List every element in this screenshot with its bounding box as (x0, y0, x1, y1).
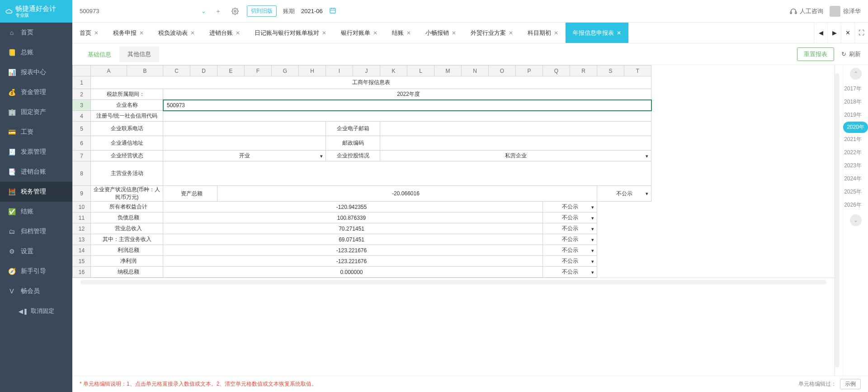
row-head-12[interactable]: 12 (73, 223, 91, 234)
tab-close-icon[interactable]: ✕ (94, 30, 99, 36)
col-head-Q[interactable]: Q (543, 66, 570, 76)
col-head-G[interactable]: G (272, 66, 299, 76)
sidebar-item-13[interactable]: V畅会员 (0, 281, 72, 301)
r6-v1[interactable] (163, 136, 326, 151)
row-head-6[interactable]: 6 (73, 136, 91, 151)
company-name-cell[interactable]: 500973 (163, 100, 651, 111)
col-head-H[interactable]: H (299, 66, 326, 76)
col-head-M[interactable]: M (434, 66, 462, 76)
regenerate-report-button[interactable]: 重置报表 (797, 47, 834, 61)
tab-close-icon[interactable]: ✕ (509, 30, 513, 36)
r7-holding-select[interactable]: 私营企业 (380, 151, 651, 161)
unpin-sidebar[interactable]: ◀❚ 取消固定 (0, 301, 72, 321)
r15-pub-select[interactable]: 不公示 (543, 256, 597, 267)
r11-pub-select[interactable]: 不公示 (543, 213, 597, 223)
calendar-icon[interactable] (329, 7, 336, 15)
tab-1[interactable]: 税务申报✕ (106, 23, 151, 43)
year-2024年[interactable]: 2024年 (843, 172, 868, 185)
sidebar-item-1[interactable]: 📒总账 (0, 43, 72, 62)
r8-value[interactable] (163, 161, 651, 186)
r5-v1[interactable] (163, 122, 326, 136)
sidebar-item-8[interactable]: 🧮税务管理 (0, 182, 72, 202)
period-value[interactable]: 2022年度 (163, 89, 651, 100)
row-head-16[interactable]: 16 (73, 267, 91, 278)
r7-status-select[interactable]: 开业 (163, 151, 326, 161)
year-2026年[interactable]: 2026年 (843, 198, 868, 212)
row-head-9[interactable]: 9 (73, 186, 91, 202)
row-head-5[interactable]: 5 (73, 122, 91, 136)
col-head-P[interactable]: P (516, 66, 543, 76)
tab-9[interactable]: 科目期初✕ (520, 23, 566, 43)
row-head-3[interactable]: 3 (73, 100, 91, 111)
switch-old-version-button[interactable]: 切到旧版 (247, 5, 277, 17)
year-2020年[interactable]: 2020年 (843, 122, 868, 133)
sidebar-item-12[interactable]: 🧭新手引导 (0, 261, 72, 281)
sidebar-item-3[interactable]: 💰资金管理 (0, 82, 72, 102)
col-head-B[interactable]: B (127, 66, 163, 76)
r13-pub-select[interactable]: 不公示 (543, 234, 597, 245)
tabs-scroll-left[interactable]: ◀ (814, 23, 827, 43)
tab-close-icon[interactable]: ✕ (617, 30, 621, 36)
example-button[interactable]: 示例 (840, 379, 861, 389)
tab-6[interactable]: 结账✕ (385, 23, 418, 43)
row-head-2[interactable]: 2 (73, 89, 91, 100)
r10-value[interactable]: -120.942355 (163, 202, 543, 213)
col-head-L[interactable]: L (407, 66, 434, 76)
col-head-C[interactable]: C (163, 66, 190, 76)
sidebar-item-11[interactable]: ⚙设置 (0, 241, 72, 261)
company-selector[interactable]: 500973 ⌄ (80, 8, 206, 14)
sub-tab-basic[interactable]: 基础信息 (80, 46, 119, 62)
tabs-close-all[interactable]: ✕ (841, 23, 854, 43)
tab-close-icon[interactable]: ✕ (554, 30, 558, 36)
r10-pub-select[interactable]: 不公示 (543, 202, 597, 213)
year-2018年[interactable]: 2018年 (843, 95, 868, 109)
horizontal-scrollbar[interactable] (72, 278, 835, 286)
tab-close-icon[interactable]: ✕ (139, 30, 144, 36)
year-scroll-down[interactable]: ⌄ (850, 214, 862, 226)
col-head-N[interactable]: N (462, 66, 489, 76)
spreadsheet[interactable]: ABCDEFGHIJKLMNOPQRST1工商年报信息表2税款所属期间：2022… (72, 65, 835, 376)
col-head-F[interactable]: F (245, 66, 272, 76)
refresh-button[interactable]: ↻ 刷新 (841, 50, 861, 58)
year-2023年[interactable]: 2023年 (843, 159, 868, 172)
r15-value[interactable]: -123.221676 (163, 256, 543, 267)
sidebar-item-7[interactable]: 📑进销台账 (0, 162, 72, 182)
col-head-E[interactable]: E (217, 66, 245, 76)
user-menu[interactable]: 徐泽华 (830, 6, 861, 17)
sidebar-item-9[interactable]: ✅结账 (0, 202, 72, 222)
r16-pub-select[interactable]: 不公示 (543, 267, 597, 278)
col-head-R[interactable]: R (570, 66, 597, 76)
row-head-14[interactable]: 14 (73, 245, 91, 256)
row-head-10[interactable]: 10 (73, 202, 91, 213)
tab-0[interactable]: 首页✕ (72, 23, 106, 43)
r9-pub-select[interactable]: 不公示 (597, 186, 651, 202)
r12-value[interactable]: 70.271451 (163, 223, 543, 234)
row-head-4[interactable]: 4 (73, 111, 91, 122)
sidebar-item-6[interactable]: 🧾发票管理 (0, 142, 72, 162)
support-button[interactable]: 人工咨询 (790, 7, 823, 15)
r11-value[interactable]: 100.876339 (163, 213, 543, 223)
r5-v2[interactable] (380, 122, 651, 136)
sidebar-item-2[interactable]: 📊报表中心 (0, 62, 72, 82)
year-2017年[interactable]: 2017年 (843, 82, 868, 95)
fullscreen-icon[interactable]: ⛶ (854, 23, 868, 43)
r4-value[interactable] (163, 111, 651, 122)
row-head-15[interactable]: 15 (73, 256, 91, 267)
r13-value[interactable]: 69.071451 (163, 234, 543, 245)
r6-v2[interactable] (380, 136, 651, 151)
tab-close-icon[interactable]: ✕ (190, 30, 195, 36)
tab-3[interactable]: 进销台账✕ (202, 23, 247, 43)
tab-2[interactable]: 税负波动表✕ (151, 23, 202, 43)
row-head-8[interactable]: 8 (73, 161, 91, 186)
year-2025年[interactable]: 2025年 (843, 185, 868, 198)
year-2021年[interactable]: 2021年 (843, 133, 868, 146)
row-head-1[interactable]: 1 (73, 76, 91, 89)
r9-value[interactable]: -20.066016 (217, 186, 597, 202)
vertical-scrollbar[interactable] (835, 65, 843, 376)
tab-close-icon[interactable]: ✕ (452, 30, 456, 36)
row-head-7[interactable]: 7 (73, 151, 91, 161)
sidebar-item-4[interactable]: 🏢固定资产 (0, 102, 72, 122)
tab-5[interactable]: 银行对账单✕ (334, 23, 385, 43)
sidebar-item-10[interactable]: 🗂归档管理 (0, 222, 72, 241)
add-button[interactable]: ＋ (212, 6, 223, 17)
